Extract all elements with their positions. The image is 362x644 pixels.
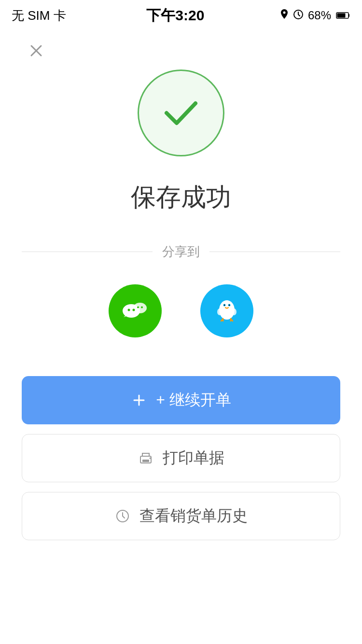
close-button[interactable] bbox=[24, 39, 48, 63]
continue-label: + 继续开单 bbox=[156, 390, 231, 411]
clock-icon bbox=[293, 9, 303, 22]
status-right: 68% bbox=[280, 9, 350, 22]
svg-rect-3 bbox=[337, 14, 345, 18]
divider-line-left bbox=[22, 252, 153, 252]
battery-icon bbox=[336, 9, 350, 22]
status-carrier: 无 SIM 卡 bbox=[12, 7, 71, 24]
status-bar: 无 SIM 卡 下午3:20 68% bbox=[0, 0, 362, 31]
svg-point-17 bbox=[232, 308, 237, 315]
svg-point-8 bbox=[137, 307, 139, 308]
share-icons-row bbox=[109, 284, 253, 337]
location-icon bbox=[280, 9, 289, 22]
status-time: 下午3:20 bbox=[146, 6, 204, 26]
svg-point-7 bbox=[133, 309, 135, 311]
qq-icon bbox=[211, 295, 242, 326]
action-buttons: + 继续开单 打印单据 查看销货单历史 bbox=[22, 376, 340, 540]
history-button[interactable]: 查看销货单历史 bbox=[22, 492, 340, 540]
main-content: 保存成功 分享到 bbox=[0, 31, 362, 540]
svg-point-11 bbox=[222, 300, 232, 312]
wechat-icon bbox=[120, 295, 151, 326]
battery-text: 68% bbox=[308, 9, 331, 22]
svg-point-5 bbox=[133, 303, 147, 313]
success-icon-circle bbox=[138, 70, 224, 156]
history-label: 查看销货单历史 bbox=[139, 505, 248, 527]
history-icon bbox=[114, 508, 131, 524]
share-divider: 分享到 bbox=[22, 243, 340, 260]
svg-point-14 bbox=[224, 305, 225, 306]
svg-point-15 bbox=[229, 305, 230, 306]
printer-icon bbox=[138, 450, 154, 466]
share-label: 分享到 bbox=[162, 243, 200, 260]
svg-rect-19 bbox=[142, 460, 149, 462]
carrier-text: 无 SIM 卡 bbox=[12, 7, 66, 24]
share-wechat-button[interactable] bbox=[109, 284, 162, 337]
print-button[interactable]: 打印单据 bbox=[22, 434, 340, 482]
divider-line-right bbox=[209, 252, 340, 252]
svg-point-9 bbox=[141, 307, 143, 308]
svg-point-16 bbox=[217, 308, 222, 315]
plus-icon bbox=[131, 392, 147, 408]
svg-point-6 bbox=[128, 309, 130, 311]
continue-button[interactable]: + 继续开单 bbox=[22, 376, 340, 424]
share-qq-button[interactable] bbox=[200, 284, 253, 337]
print-label: 打印单据 bbox=[163, 448, 224, 469]
success-title: 保存成功 bbox=[131, 181, 231, 214]
checkmark-icon bbox=[159, 91, 203, 135]
svg-point-0 bbox=[283, 12, 285, 14]
svg-point-20 bbox=[150, 458, 151, 459]
